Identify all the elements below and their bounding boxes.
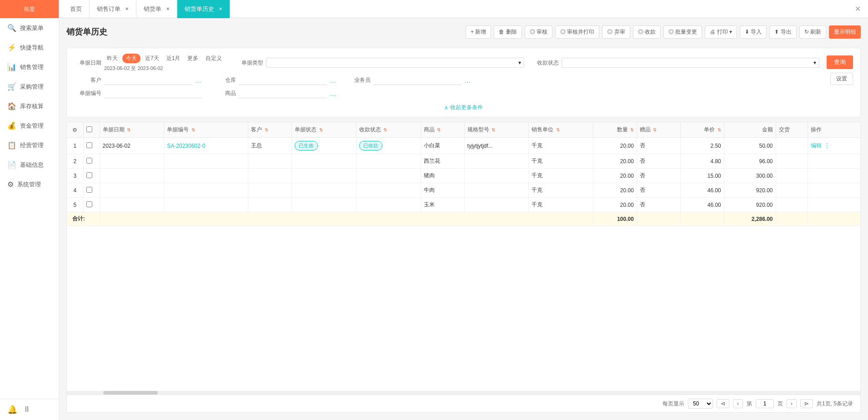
col-unit[interactable]: 销售单位 ⇅ (529, 122, 593, 138)
col-doc-no[interactable]: 单据编号 ⇅ (164, 122, 248, 138)
col-collect-status[interactable]: 收款状态 ⇅ (356, 122, 421, 138)
toolbar-btn-batch-change[interactable]: ◎ 批量变更 (663, 25, 702, 39)
sidebar-item-search-menu[interactable]: 🔍搜索菜单 (0, 18, 59, 38)
customer-input[interactable] (104, 75, 192, 85)
set-button[interactable]: 设置 (830, 73, 853, 85)
customer-dots[interactable]: … (195, 77, 201, 84)
sidebar-item-system[interactable]: ⚙系统管理 (0, 175, 59, 194)
col-qty[interactable]: 数量 ⇅ (593, 122, 637, 138)
sidebar-item-sales[interactable]: 📊销售管理 (0, 57, 59, 77)
warehouse-dots[interactable]: … (330, 77, 336, 84)
tab-close-sales-goods[interactable]: ✕ (166, 6, 170, 11)
doc-no-input[interactable] (104, 89, 201, 98)
toolbar-btn-delete[interactable]: 🗑 删除 (494, 25, 522, 39)
window-close-btn[interactable]: ✕ (851, 5, 864, 13)
first-page-btn[interactable]: ⊲ (717, 399, 729, 408)
settings-icon[interactable]: ⚙ (72, 127, 77, 133)
row-checkbox-3[interactable] (86, 187, 92, 193)
sidebar-item-inventory[interactable]: 🏠库存核算 (0, 96, 59, 116)
row-checkbox-4[interactable] (86, 201, 92, 207)
col-action: 操作 (808, 122, 860, 138)
cell-price: 4.80 (680, 154, 724, 169)
prev-page-btn[interactable]: ‹ (733, 399, 743, 408)
filter-date: 单据日期 昨天 今天 近7天 近1月 更多 自定义 2 (74, 54, 229, 72)
cell-doc-status (292, 154, 356, 169)
sort-qty-icon: ⇅ (630, 127, 634, 132)
cell-unit: 千克 (529, 154, 593, 169)
col-doc-date[interactable]: 单据日期 ⇅ (100, 122, 164, 138)
page-label-before: 第 (747, 400, 752, 408)
toolbar-btn-abandon[interactable]: ◎ 弃审 (602, 25, 630, 39)
toolbar-btn-audit[interactable]: ◎ 审核 (525, 25, 552, 39)
toolbar-btn-import[interactable]: ⬇ 导入 (740, 25, 767, 39)
per-page-select[interactable]: 50 100 200 (688, 399, 713, 409)
sidebar-item-quick-nav[interactable]: ⚡快捷导航 (0, 38, 59, 57)
tab-home[interactable]: 首页 (63, 0, 90, 18)
total-amount: 2,286.00 (724, 212, 776, 226)
doc-type-select[interactable]: ▾ (266, 58, 524, 68)
staff-input[interactable] (373, 75, 462, 85)
action-edit-btn[interactable]: 编辑 (811, 142, 822, 149)
cell-amount: 920.00 (724, 198, 776, 212)
select-all-checkbox[interactable] (86, 126, 92, 132)
sidebar-item-basic-info[interactable]: 📄基础信息 (0, 155, 59, 175)
filter-doc-type: 单据类型 ▾ (236, 58, 524, 68)
page-input[interactable] (756, 399, 774, 408)
row-checkbox-0[interactable] (86, 142, 92, 148)
toolbar-btn-print[interactable]: 🖨 打印 ▾ (705, 25, 737, 39)
cell-customer: 王总 (248, 138, 292, 154)
col-settings[interactable]: ⚙ (67, 122, 83, 138)
toolbar-btn-export[interactable]: ⬆ 导出 (769, 25, 796, 39)
date-7days[interactable]: 近7天 (142, 54, 162, 63)
collapse-filter-button[interactable]: ∧ 收起更多条件 (74, 104, 853, 111)
warehouse-input[interactable] (239, 75, 327, 85)
col-doc-status[interactable]: 单据状态 ⇅ (292, 122, 356, 138)
cell-checkbox (83, 138, 100, 154)
staff-dots[interactable]: … (464, 77, 471, 84)
sidebar-item-purchase[interactable]: 🛒采购管理 (0, 77, 59, 96)
goods-input[interactable] (239, 89, 327, 98)
toolbar-btn-collect[interactable]: ◎ 收款 (633, 25, 661, 39)
cell-gift: 否 (637, 169, 680, 183)
col-trade: 交货 (776, 122, 808, 138)
date-more[interactable]: 更多 (185, 54, 201, 63)
tab-close-sales-order[interactable]: ✕ (125, 6, 129, 11)
col-spec[interactable]: 规格型号 ⇅ (464, 122, 529, 138)
pause-icon[interactable]: ⏸ (23, 405, 31, 415)
last-page-btn[interactable]: ⊳ (800, 399, 813, 408)
horizontal-scrollbar[interactable] (67, 391, 860, 395)
goods-dots[interactable]: … (330, 90, 336, 97)
collect-status-select[interactable]: ▾ (562, 58, 820, 68)
cell-collect-status (356, 169, 421, 183)
toolbar-btn-new[interactable]: + 新增 (466, 25, 491, 39)
date-today[interactable]: 今天 (122, 54, 140, 63)
col-gift[interactable]: 赠品 ⇅ (637, 122, 680, 138)
toolbar-btn-refresh[interactable]: ↻ 刷新 (799, 25, 826, 39)
sidebar-item-operation[interactable]: 📋经营管理 (0, 135, 59, 155)
tab-sales-goods[interactable]: 销货单✕ (136, 0, 177, 18)
date-yesterday[interactable]: 昨天 (104, 54, 120, 63)
page-label-after: 页 (778, 400, 783, 408)
date-1month[interactable]: 近1月 (164, 54, 183, 63)
row-checkbox-1[interactable] (86, 158, 92, 164)
notification-icon[interactable]: 🔔 (7, 405, 17, 415)
doc-no-label: 单据编号 (74, 90, 101, 97)
col-customer[interactable]: 客户 ⇅ (248, 122, 292, 138)
tab-sales-history[interactable]: 销货单历史✕ (177, 0, 230, 18)
row-checkbox-2[interactable] (86, 172, 92, 178)
toolbar-btn-show-detail[interactable]: 显示明细 (829, 25, 861, 39)
cell-spec (464, 183, 529, 198)
action-more-btn[interactable]: ⋮ (824, 142, 830, 149)
next-page-btn[interactable]: › (787, 399, 797, 408)
tab-close-sales-history[interactable]: ✕ (219, 6, 222, 11)
col-goods[interactable]: 商品 ⇅ (421, 122, 464, 138)
query-button[interactable]: 查询 (827, 55, 853, 69)
sidebar-item-finance[interactable]: 💰资金管理 (0, 116, 59, 135)
toolbar-btn-audit-print[interactable]: ◎ 审核并打印 (555, 25, 599, 39)
tab-sales-order[interactable]: 销售订单✕ (90, 0, 136, 18)
tab-label-home: 首页 (70, 5, 82, 13)
col-price[interactable]: 单价 ⇅ (680, 122, 724, 138)
sidebar-icon-inventory: 🏠 (7, 102, 16, 110)
date-custom[interactable]: 自定义 (203, 54, 225, 63)
sidebar-icon-basic-info: 📄 (7, 160, 16, 169)
